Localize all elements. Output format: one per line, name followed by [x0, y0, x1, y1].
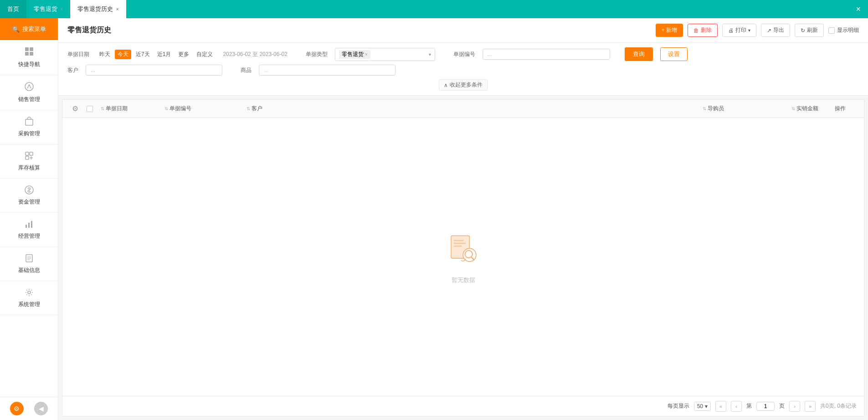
next-page-icon: ›: [794, 404, 796, 409]
goods-input[interactable]: ...: [259, 65, 395, 76]
filter-row-2: 客户 ... 商品 ...: [67, 65, 859, 76]
window-close-button[interactable]: ×: [848, 0, 868, 18]
empty-state: 暂无数据: [62, 118, 864, 396]
svg-rect-18: [453, 246, 462, 247]
sidebar-item-finance[interactable]: 资金管理: [0, 179, 58, 213]
export-icon: ↗: [767, 27, 771, 34]
settings-bottom-button[interactable]: ⚙: [10, 402, 24, 415]
new-button[interactable]: + 新增: [656, 24, 683, 37]
window-close-icon: ×: [856, 5, 861, 14]
tab-retail-return-history-close[interactable]: ×: [116, 6, 118, 12]
sidebar-item-operations[interactable]: 经营管理: [0, 213, 58, 247]
top-bar-spacer: [126, 0, 849, 18]
page-header: 零售退货历史 + 新增 🗑 删除 🖨 打印 ▾ ↗ 导出: [58, 18, 868, 43]
last-page-button[interactable]: »: [805, 401, 816, 412]
collapse-label: 收起更多条件: [450, 81, 483, 89]
th-customer-label: 客户: [252, 105, 262, 113]
sidebar-item-purchase-mgmt[interactable]: 采购管理: [0, 110, 58, 144]
doc-num-input[interactable]: ...: [483, 49, 610, 60]
collapse-button[interactable]: ∧ 收起更多条件: [439, 79, 488, 91]
th-date[interactable]: ⇅ 单据日期: [97, 105, 161, 113]
select-all-checkbox[interactable]: [82, 106, 97, 112]
date-opt-1month[interactable]: 近1月: [154, 50, 174, 59]
page-number-input[interactable]: [756, 402, 775, 411]
th-customer[interactable]: ⇅ 客户: [243, 105, 699, 113]
per-page-value: 50: [697, 403, 703, 410]
th-num-sort-icon: ⇅: [164, 106, 168, 111]
date-opt-yesterday[interactable]: 昨天: [97, 50, 113, 59]
table-header: ⚙ ⇅ 单据日期 ⇅ 单据编号 ⇅ 客户 ⇅ 导购员: [62, 100, 864, 118]
delete-icon: 🗑: [693, 27, 699, 34]
display-toggle[interactable]: 显示明细: [828, 26, 859, 34]
display-toggle-label: 显示明细: [837, 26, 859, 34]
type-tag-close[interactable]: ×: [365, 52, 368, 57]
th-guide[interactable]: ⇅ 导购员: [699, 105, 767, 113]
display-toggle-checkbox[interactable]: [828, 27, 835, 34]
sidebar-search[interactable]: 🔍 搜索菜单: [0, 18, 58, 40]
th-num[interactable]: ⇅ 单据编号: [161, 105, 243, 113]
date-opt-7days[interactable]: 近7天: [133, 50, 153, 59]
customer-input[interactable]: ...: [86, 65, 222, 76]
next-page-button[interactable]: ›: [789, 401, 800, 412]
svg-rect-6: [26, 152, 29, 155]
collapse-row: ∧ 收起更多条件: [67, 79, 859, 91]
prev-page-button[interactable]: ‹: [731, 401, 742, 412]
settings-bottom-icon: ⚙: [14, 405, 20, 412]
quick-nav-icon: [24, 46, 34, 59]
operations-icon: [24, 219, 34, 230]
basic-info-icon: [24, 253, 34, 265]
settings-button[interactable]: 设置: [660, 47, 688, 61]
search-icon: 🔍: [12, 26, 20, 33]
tab-home[interactable]: 首页: [0, 0, 26, 18]
svg-rect-8: [26, 156, 29, 159]
top-bar: 首页 零售退货 × 零售退货历史 × ×: [0, 0, 868, 18]
first-page-button[interactable]: «: [715, 401, 726, 412]
date-opt-today[interactable]: 今天: [115, 50, 131, 59]
sidebar-item-quick-nav[interactable]: 快捷导航: [0, 40, 58, 75]
sidebar-item-sys-mgmt[interactable]: 系统管理: [0, 281, 58, 315]
date-opt-custom[interactable]: 自定义: [194, 50, 216, 59]
sidebar-item-finance-label: 资金管理: [18, 198, 40, 206]
customer-placeholder: ...: [91, 67, 95, 73]
page-label: 第: [746, 402, 752, 410]
delete-button[interactable]: 🗑 删除: [688, 24, 718, 37]
sidebar-item-basic-info-label: 基础信息: [18, 266, 40, 274]
sales-mgmt-icon: [24, 82, 34, 94]
column-settings-button[interactable]: ⚙: [68, 104, 82, 113]
per-page-select[interactable]: 50 ▾: [694, 402, 711, 411]
type-select[interactable]: 零售退货 × ▾: [335, 48, 435, 61]
mute-button[interactable]: ◀: [34, 402, 48, 415]
sidebar-item-basic-info[interactable]: 基础信息: [0, 247, 58, 281]
svg-point-4: [25, 82, 33, 91]
table-area: ⚙ ⇅ 单据日期 ⇅ 单据编号 ⇅ 客户 ⇅ 导购员: [62, 99, 864, 416]
page-title: 零售退货历史: [67, 26, 111, 35]
table-footer: 每页显示 50 ▾ « ‹ 第 页 › »: [62, 396, 864, 416]
type-tag: 零售退货 ×: [339, 50, 370, 59]
svg-rect-11: [28, 223, 30, 228]
svg-rect-0: [25, 47, 29, 51]
per-page-label: 每页显示: [668, 402, 689, 410]
tab-retail-return-close[interactable]: ×: [60, 6, 63, 12]
date-opt-more[interactable]: 更多: [175, 50, 192, 59]
tab-retail-return[interactable]: 零售退货 ×: [26, 0, 70, 18]
type-select-caret-icon: ▾: [429, 52, 431, 57]
export-button[interactable]: ↗ 导出: [761, 24, 790, 37]
th-amount[interactable]: ⇅ 实销金额: [767, 105, 822, 113]
type-tag-label: 零售退货: [342, 51, 364, 58]
sidebar-item-inventory[interactable]: 库存核算: [0, 144, 58, 179]
refresh-button[interactable]: ↻ 刷新: [795, 24, 824, 37]
select-all-checkbox-box[interactable]: [87, 106, 93, 112]
sidebar-item-sales-mgmt[interactable]: 销售管理: [0, 75, 58, 110]
svg-rect-12: [31, 221, 32, 228]
print-label: 打印: [735, 26, 746, 34]
svg-rect-10: [26, 225, 27, 228]
refresh-label: 刷新: [807, 26, 818, 34]
total-info: 共0页, 0条记录: [820, 402, 857, 410]
page-unit: 页: [779, 402, 785, 410]
query-button[interactable]: 查询: [625, 47, 653, 61]
tab-retail-return-history[interactable]: 零售退货历史 ×: [70, 0, 126, 18]
print-button[interactable]: 🖨 打印 ▾: [722, 24, 756, 37]
th-action: 操作: [822, 105, 858, 113]
goods-label: 商品: [241, 67, 252, 74]
export-label: 导出: [773, 26, 784, 34]
